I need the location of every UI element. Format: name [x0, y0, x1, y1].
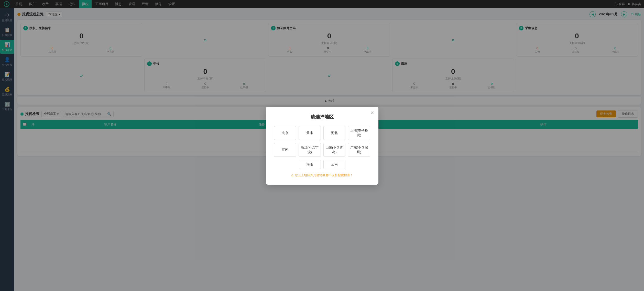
region-btn-beijing[interactable]: 北京	[274, 126, 296, 140]
region-btn-shandong[interactable]: 山东(不含青岛)	[323, 143, 346, 157]
region-select-modal: ✕ 请选择地区 北京 天津 河北 上海(电子税局) 江苏 浙江(不含宁波) 山东…	[266, 107, 378, 185]
region-grid-row1: 北京 天津 河北 上海(电子税局)	[274, 126, 370, 140]
region-btn-hebei[interactable]: 河北	[323, 126, 346, 140]
modal-overlay[interactable]: ✕ 请选择地区 北京 天津 河北 上海(电子税局) 江苏 浙江(不含宁波) 山东…	[0, 0, 644, 291]
modal-warning: ⚠ 除以上地区外其他地区暂不支持报税检查！	[274, 173, 370, 177]
modal-title: 请选择地区	[274, 114, 370, 120]
modal-close-btn[interactable]: ✕	[370, 110, 374, 116]
region-grid-row3: 海南 云南	[274, 160, 370, 169]
region-btn-jiangsu[interactable]: 江苏	[274, 143, 296, 157]
region-btn-tianjin[interactable]: 天津	[299, 126, 321, 140]
region-btn-hainan[interactable]: 海南	[299, 160, 321, 169]
warning-text: 除以上地区外其他地区暂不支持报税检查！	[295, 173, 353, 177]
warning-icon: ⚠	[291, 173, 294, 177]
region-btn-yunnan[interactable]: 云南	[323, 160, 345, 169]
region-btn-shanghai[interactable]: 上海(电子税局)	[348, 126, 370, 140]
region-btn-guangdong[interactable]: 广东(不含深圳)	[348, 143, 370, 157]
region-btn-zhejiang[interactable]: 浙江(不含宁波)	[299, 143, 321, 157]
region-grid-row2: 江苏 浙江(不含宁波) 山东(不含青岛) 广东(不含深圳)	[274, 143, 370, 157]
